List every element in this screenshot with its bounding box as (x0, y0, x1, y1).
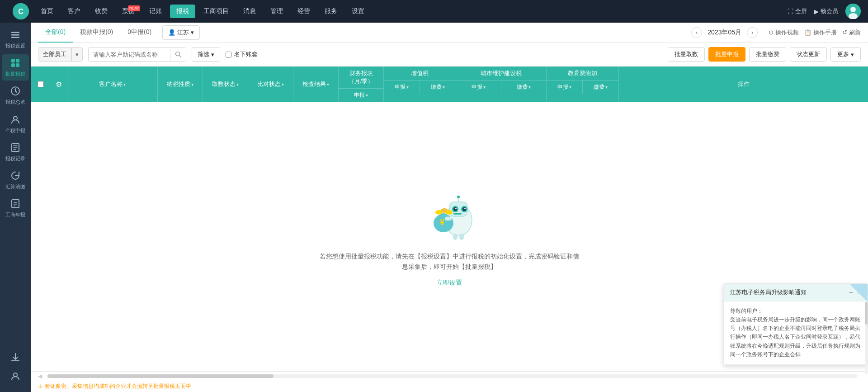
refresh-btn[interactable]: ↺ 刷新 (842, 29, 861, 37)
tab-right-actions: ⊙ 操作视频 📋 操作手册 ↺ 刷新 (769, 29, 861, 37)
sidebar-item-personal-tax[interactable]: 个税申报 (2, 111, 29, 137)
filter-icon[interactable]: ▾ (366, 93, 368, 98)
batch-declare-btn[interactable]: 批量申报 (708, 47, 745, 62)
nav-item-business[interactable]: 工商项目 (197, 5, 235, 18)
svg-line-25 (179, 56, 181, 57)
filter-icon[interactable]: ▾ (605, 85, 608, 90)
search-input[interactable] (89, 51, 170, 58)
sidebar-item-annual-report[interactable]: 工商年报 (2, 195, 29, 221)
th-city-pay: 缴费 ▾ (501, 81, 546, 94)
th-group-education: 教育费附加 申报 ▾ 缴费 ▾ (546, 67, 618, 102)
nav-item-home[interactable]: 首页 (34, 5, 60, 18)
member-btn[interactable]: ▶ 畅会员 (814, 7, 838, 15)
nav-item-bookkeeping[interactable]: 记账 (143, 5, 168, 18)
search-button[interactable] (170, 48, 186, 61)
svg-rect-43 (445, 217, 452, 220)
more-btn[interactable]: 更多 ▾ (830, 47, 861, 62)
sidebar-item-tax-record[interactable]: 报税记录 (2, 139, 29, 165)
accounts-checkbox-label[interactable]: 名下账套 (226, 50, 258, 58)
status-update-btn[interactable]: 状态更新 (790, 47, 827, 62)
nav-item-invoice[interactable]: 票据 NEW (116, 5, 141, 18)
nav-item-settings[interactable]: 设置 (345, 5, 371, 18)
avatar[interactable] (845, 4, 861, 19)
filter-icon[interactable]: ▾ (123, 82, 126, 87)
notification-header: 江苏电子税务局升级影响通知 − × (724, 284, 868, 301)
notification-body: 尊敬的用户： 受当前电子税务局进一步升级的影响，同一个政务网账号（办税人）名下的… (724, 301, 868, 364)
nav-item-operation[interactable]: 经营 (291, 5, 316, 18)
region-selector[interactable]: 👤 江苏 ▾ (162, 25, 200, 40)
sidebar-item-label: 工商年报 (5, 212, 25, 218)
filter-icon[interactable]: ▾ (528, 85, 531, 90)
filter-icon[interactable]: ▾ (483, 85, 486, 90)
tab-tax-declare[interactable]: 税款申报(0) (73, 23, 120, 43)
robot-illustration: ¥ (420, 186, 479, 240)
manual-btn[interactable]: 📋 操作手册 (804, 29, 837, 37)
filter-dropdown-icon: ▾ (211, 51, 214, 58)
batch-fetch-btn[interactable]: 批量取数 (668, 47, 705, 62)
next-month-btn[interactable]: › (747, 27, 758, 38)
batch-pay-btn[interactable]: 批量缴费 (749, 47, 786, 62)
accounts-checkbox[interactable] (226, 52, 231, 57)
sidebar-item-user[interactable] (2, 368, 29, 385)
refresh-icon: ↺ (842, 29, 847, 36)
employee-select[interactable]: 全部员工 ▾ (38, 47, 83, 62)
svg-point-42 (445, 210, 453, 215)
logo[interactable]: C (7, 3, 34, 19)
filter-icon[interactable]: ▾ (236, 82, 239, 87)
svg-rect-36 (453, 213, 462, 215)
filter-icon[interactable]: ▾ (327, 82, 329, 87)
filter-icon[interactable]: ▾ (282, 82, 284, 87)
nav-item-message[interactable]: 消息 (237, 5, 262, 18)
warning-icon: ⚠ (38, 383, 43, 390)
nav-item-tax[interactable]: 报税 (170, 5, 195, 18)
table-header: ⚙ 客户名称 ▾ 纳税性质 ▾ 取数状态 ▾ 比对状态 ▾ (31, 67, 868, 102)
prev-month-btn[interactable]: ‹ (691, 27, 702, 38)
nav-item-fee[interactable]: 收费 (89, 5, 114, 18)
sidebar-item-label: 汇算清缴 (5, 184, 25, 190)
th-settings[interactable]: ⚙ (51, 67, 67, 102)
svg-point-13 (14, 116, 17, 120)
video-btn[interactable]: ⊙ 操作视频 (769, 29, 799, 37)
th-checkbox[interactable] (31, 67, 51, 102)
fullscreen-btn[interactable]: ⛶ 全屏 (788, 7, 807, 15)
sidebar-item-tax-settings[interactable]: 报税设置 (2, 26, 29, 53)
filter-icon[interactable]: ▾ (569, 85, 571, 90)
svg-point-31 (462, 207, 466, 211)
nav-items: 首页 客户 收费 票据 NEW 记账 报税 工商项目 消息 管理 经营 服务 设… (34, 5, 788, 18)
filter-icon[interactable]: ▾ (406, 85, 409, 90)
annual-report-icon (10, 199, 20, 210)
sidebar-item-tax-overview[interactable]: 报税总览 (2, 82, 29, 109)
tab-all[interactable]: 全部(0) (38, 23, 73, 43)
region-icon: 👤 (168, 29, 175, 36)
search-box (88, 47, 186, 62)
notif-scrollbar-track[interactable] (865, 302, 868, 374)
svg-point-30 (453, 207, 457, 211)
nav-item-management[interactable]: 管理 (264, 5, 289, 18)
nav-item-service[interactable]: 服务 (318, 5, 344, 18)
sidebar-item-annual-settlement[interactable]: 汇算清缴 (2, 167, 29, 193)
horizontal-scrollbar[interactable] (47, 374, 857, 378)
toolbar-right: 批量取数 批量申报 批量缴费 状态更新 更多 ▾ (668, 47, 861, 62)
filter-icon[interactable]: ▾ (191, 82, 193, 87)
notification-panel: 江苏电子税务局升级影响通知 − × 尊敬的用户： 受当前电子税务局进一步升级的影… (723, 283, 868, 365)
tax-record-icon (10, 143, 20, 154)
sidebar: 报税设置 批量报税 报税总览 (0, 23, 31, 392)
svg-text:¥: ¥ (440, 218, 444, 227)
svg-rect-44 (453, 234, 458, 240)
employee-dropdown-icon[interactable]: ▾ (71, 48, 82, 61)
sidebar-item-label: 报税记录 (5, 156, 25, 162)
th-group-financial: 财务报表（月/季） 申报 ▾ (338, 67, 383, 102)
personal-tax-icon (10, 115, 20, 126)
filter-icon[interactable]: ▾ (443, 85, 445, 90)
select-all-checkbox[interactable] (38, 81, 44, 87)
sidebar-item-download[interactable] (2, 349, 29, 366)
setup-link[interactable]: 立即设置 (437, 279, 462, 287)
batch-tax-icon (10, 58, 20, 69)
sidebar-item-batch-tax[interactable]: 批量报税 (2, 54, 29, 81)
notif-scrollbar-thumb[interactable] (865, 302, 868, 325)
tab-zero-declare[interactable]: 0申报(0) (120, 23, 159, 43)
svg-rect-9 (16, 59, 19, 62)
filter-button[interactable]: 筛选 ▾ (192, 47, 220, 62)
nav-item-customer[interactable]: 客户 (61, 5, 87, 18)
video-icon: ⊙ (769, 29, 774, 36)
